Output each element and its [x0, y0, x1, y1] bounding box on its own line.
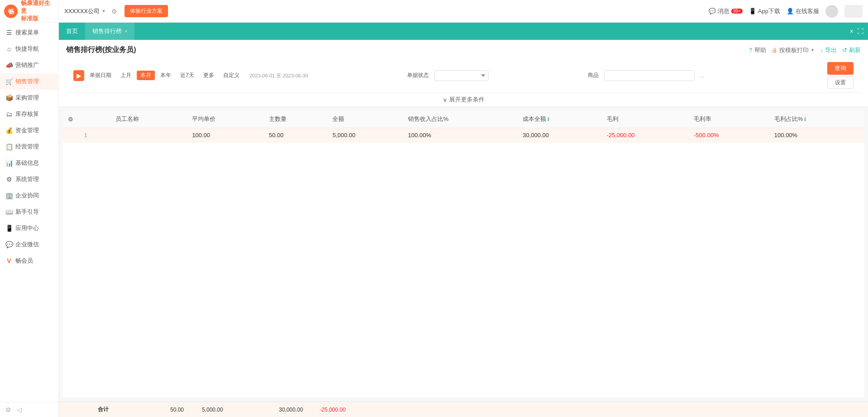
filter-row: ▶ 单据日期 上月 本月 本年 近7天 更多 自定义 2023-06-01 至 … — [73, 62, 854, 89]
row-avg-price-cell: 100.00 — [187, 128, 264, 143]
sidebar-item-enterprise[interactable]: 🏢 企业协同 — [0, 187, 58, 204]
sidebar-item-label: 企业微信 — [15, 240, 39, 249]
sidebar-item-sales[interactable]: 🛒 销售管理 — [0, 73, 58, 90]
col-profit-pct: 毛利占比% ℹ — [769, 110, 864, 128]
row-quantity: 50.00 — [269, 132, 284, 139]
footer-profit: -25,000.00 — [314, 407, 355, 413]
search-button[interactable]: 查询 — [827, 62, 854, 75]
sidebar-item-label: 系统管理 — [15, 175, 39, 183]
footer-label: 合计 — [92, 406, 129, 413]
avatar[interactable] — [825, 5, 838, 18]
profit-pct-info-icon[interactable]: ℹ — [804, 116, 806, 122]
help-button[interactable]: ? 帮助 — [749, 46, 766, 54]
sidebar-item-purchase[interactable]: 📦 采购管理 — [0, 90, 58, 106]
footer-amount: 5,000.00 — [197, 407, 233, 413]
finance-icon: 💰 — [5, 127, 13, 134]
tab-home[interactable]: 首页 — [59, 23, 85, 40]
row-cost: 30,000.00 — [523, 132, 549, 139]
refresh-label: 刷新 — [849, 46, 861, 54]
app-download-item[interactable]: 📱 App下载 — [749, 7, 780, 15]
tab-close-icon[interactable]: × — [125, 29, 127, 34]
export-button[interactable]: ↓ 导出 — [820, 46, 837, 54]
sidebar-item-guide[interactable]: 📖 新手引导 — [0, 204, 58, 220]
sidebar-nav: ☰ 搜索菜单 ⌂ 快捷导航 📣 营销推广 🛒 销售管理 📦 采购管理 🗂 库存核… — [0, 23, 58, 402]
row-cost-cell: 30,000.00 — [517, 128, 601, 143]
sidebar-item-label: 应用中心 — [15, 224, 39, 232]
table-container: ⚙ 员工名称 平均单价 主数量 — [62, 110, 864, 398]
table-footer: 合计 50.00 5,000.00 30,000.00 -25,000.00 — [59, 401, 868, 417]
inventory-icon: 🗂 — [5, 110, 13, 118]
app-download-label: App下载 — [758, 7, 780, 15]
settings-bottom-icon[interactable]: ⚙ — [5, 406, 11, 413]
date-tab-custom[interactable]: 自定义 — [220, 71, 243, 80]
date-range-display: 2023-06-01 至 2023-06-30 — [249, 72, 308, 79]
tab-sales-ranking-label: 销售排行榜 — [92, 27, 122, 35]
sidebar-item-member[interactable]: V 畅会员 — [0, 253, 58, 269]
tab-sales-ranking[interactable]: 销售排行榜 × — [85, 23, 134, 40]
sidebar-item-finance[interactable]: 💰 资金管理 — [0, 122, 58, 139]
sidebar-item-search-order[interactable]: ☰ 搜索菜单 — [0, 24, 58, 41]
setting-button[interactable]: 设置 — [827, 77, 854, 89]
system-icon: ⚙ — [5, 176, 13, 183]
refresh-button[interactable]: ↺ 刷新 — [842, 46, 861, 54]
main-area: XXXXXX公司 ▼ ⚙ 体验行业方案 💬 消息 99+ 📱 App下载 👤 在… — [59, 0, 868, 417]
collapse-icon[interactable]: ◁ — [17, 406, 22, 413]
row-rank-cell: 1 — [79, 128, 110, 143]
date-tab-7days[interactable]: 近7天 — [177, 71, 198, 80]
sidebar-item-basic-info[interactable]: 📊 基础信息 — [0, 155, 58, 171]
sidebar-item-label: 经营管理 — [15, 143, 39, 151]
sidebar-item-app-center[interactable]: 📱 应用中心 — [0, 220, 58, 236]
member-icon: V — [5, 257, 13, 264]
row-profit-rate-cell: -500.00% — [688, 128, 769, 143]
col-quantity: 主数量 — [264, 110, 327, 128]
page-content: 销售排行榜(按业务员) ? 帮助 🖨 按模板打印 ▼ ↓ 导出 — [59, 40, 868, 417]
goods-input[interactable] — [604, 70, 695, 81]
sidebar-item-label: 库存核算 — [15, 110, 39, 118]
window-maximize-icon[interactable]: ⛶ — [857, 28, 863, 35]
service-icon: 👤 — [786, 8, 794, 14]
expand-button[interactable]: ∨ 展开更多条件 — [439, 95, 488, 105]
print-dropdown-icon: ▼ — [810, 48, 815, 53]
sidebar-item-label: 快捷导航 — [15, 45, 39, 53]
date-tab-current-year[interactable]: 本年 — [157, 71, 175, 80]
marketing-icon: 📣 — [5, 62, 13, 69]
col-settings-icon[interactable]: ⚙ — [68, 116, 73, 123]
logo-text: 畅康通好生意 标准版 — [21, 0, 55, 23]
col-profit: 毛利 — [601, 110, 688, 128]
row-profit-cell: -25,000.00 — [601, 128, 688, 143]
date-tab-more[interactable]: 更多 — [200, 71, 218, 80]
tab-home-label: 首页 — [66, 27, 78, 35]
sidebar-item-label: 畅会员 — [15, 257, 33, 265]
sidebar-item-wechat[interactable]: 💬 企业微信 — [0, 236, 58, 253]
menu-icon: ☰ — [5, 29, 13, 36]
company-settings-icon[interactable]: ⚙ — [111, 8, 117, 15]
date-tab-prev-month[interactable]: 上月 — [117, 71, 135, 80]
sidebar-item-inventory[interactable]: 🗂 库存核算 — [0, 106, 58, 122]
messages-item[interactable]: 💬 消息 99+ — [709, 7, 743, 15]
row-profit-pct-cell: 100.00% — [769, 128, 864, 143]
row-profit-rate: -500.00% — [694, 132, 719, 139]
online-service-label: 在线客服 — [796, 7, 819, 15]
status-select[interactable] — [434, 70, 489, 81]
more-filters-button[interactable]: ... — [700, 72, 705, 79]
col-rank — [79, 110, 110, 128]
online-service-item[interactable]: 👤 在线客服 — [786, 7, 819, 15]
tab-window-controls: × ⛶ — [850, 28, 868, 35]
tabbar: 首页 销售排行榜 × × ⛶ — [59, 23, 868, 40]
date-tab-current-month[interactable]: 本月 — [137, 71, 155, 80]
print-button[interactable]: 🖨 按模板打印 ▼ — [772, 46, 815, 54]
user-name-area — [844, 5, 863, 18]
sidebar-item-operation[interactable]: 📋 经营管理 — [0, 139, 58, 155]
filter-toggle-button[interactable]: ▶ — [73, 70, 84, 81]
trial-button[interactable]: 体验行业方案 — [125, 5, 168, 17]
row-profit: -25,000.00 — [607, 132, 635, 139]
sidebar-item-quick-nav[interactable]: ⌂ 快捷导航 — [0, 41, 58, 57]
page-title: 销售排行榜(按业务员) — [66, 45, 136, 55]
row-profit-pct: 100.00% — [774, 132, 797, 139]
sidebar-item-system[interactable]: ⚙ 系统管理 — [0, 171, 58, 187]
sidebar-item-marketing[interactable]: 📣 营销推广 — [0, 57, 58, 73]
window-close-icon[interactable]: × — [850, 28, 854, 35]
export-icon: ↓ — [820, 47, 824, 53]
company-selector[interactable]: XXXXXX公司 ▼ — [64, 7, 106, 15]
cost-info-icon[interactable]: ℹ — [547, 116, 549, 122]
